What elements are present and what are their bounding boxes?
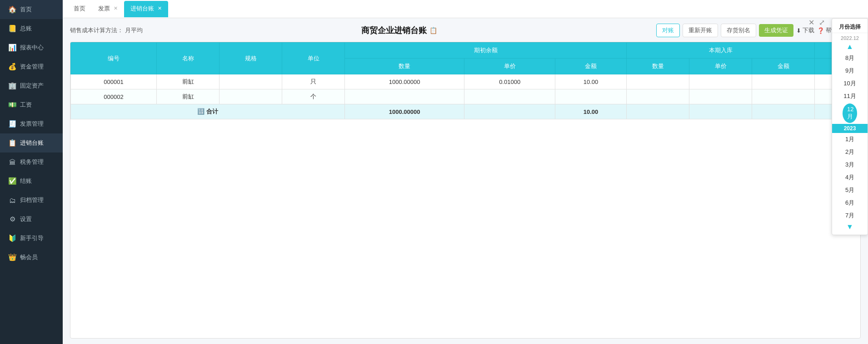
month-item-8[interactable]: 8月 [832,52,868,64]
window-close-button[interactable]: ✕ [808,18,814,27]
payroll-icon: 💵 [8,101,16,109]
download-icon: ⬇ [796,27,801,34]
tab-purchase-sale-close[interactable]: ✕ [158,5,162,11]
month-picker-year-2022: 2022.12 [832,34,868,42]
month-picker-title: 月份选择 [832,21,868,33]
tab-purchase-sale[interactable]: 进销台账 ✕ [124,1,168,17]
sidebar-item-tax[interactable]: 🏛 税务管理 [0,152,63,172]
col-subheader-amount: 金额 [555,59,626,74]
save-alias-button[interactable]: 存货别名 [721,24,756,37]
sidebar-item-guide[interactable]: 🔰 新手引导 [0,229,63,248]
cost-method-value: 月平均 [125,27,143,34]
col-subheader-in-amount: 金额 [752,59,815,74]
vip-icon: 👑 [8,253,16,261]
tab-purchase-sale-label: 进销台账 [130,5,154,13]
cell-unit-price [464,89,555,104]
cell-amount: 10.00 [555,74,626,89]
tab-home-label: 首页 [74,5,85,13]
cell-in-qty [627,89,689,104]
col-header-name: 名称 [157,43,219,74]
month-item-10[interactable]: 10月 [832,77,868,90]
download-button[interactable]: ⬇ 下载 [796,26,814,34]
sidebar-item-purchase-sale[interactable]: 📋 进销台账 [0,133,63,152]
col-subheader-in-qty: 数量 [627,59,689,74]
month-item-6[interactable]: 6月 [832,197,868,209]
cell-spec [219,74,282,89]
sidebar-item-ledger[interactable]: 📒 总账 [0,19,63,38]
sidebar-item-invoice-mgmt[interactable]: 🧾 发票管理 [0,114,63,133]
total-qty: 1000.00000 [345,104,464,119]
settings-icon: ⚙ [8,215,16,223]
month-picker-year-2023: 2023 [832,124,868,133]
cell-qty [345,89,464,104]
cell-amount [555,89,626,104]
sidebar-item-label: 资金管理 [20,63,44,71]
reopen-button[interactable]: 重新开账 [683,24,718,37]
sidebar-item-label: 归档管理 [20,196,44,204]
tab-home[interactable]: 首页 [67,1,92,17]
col-header-code: 编号 [71,43,157,74]
window-maximize-button[interactable]: ⤢ [819,18,825,27]
table-total-row: 🔢 合计 1000.00000 10.00 [71,104,860,119]
total-in-qty [627,104,689,119]
tab-invoice[interactable]: 发票 ✕ [92,1,124,17]
cell-spec [219,89,282,104]
month-picker-scroll-up[interactable]: ▲ [832,42,868,52]
settlement-icon: ✅ [8,177,16,185]
tax-icon: 🏛 [8,158,16,166]
month-item-4[interactable]: 4月 [832,171,868,184]
cell-in-unit-price [689,89,752,104]
archive-icon: 🗂 [8,197,16,204]
col-header-opening: 期初余额 [345,43,627,59]
cell-in-amount [752,89,815,104]
sidebar-item-home[interactable]: 🏠 首页 [0,0,63,19]
month-item-9[interactable]: 9月 [832,64,868,77]
toolbar: 对账 重新开账 存货别名 生成凭证 ⬇ 下载 ❓ 帮助 🔄 刷新 [656,24,861,37]
cost-method-label: 销售成本计算方法： [70,27,123,34]
sidebar-item-report[interactable]: 📊 报表中心 [0,38,63,57]
sidebar-item-settings[interactable]: ⚙ 设置 [0,210,63,229]
month-item-2[interactable]: 2月 [832,146,868,158]
finance-icon: 💰 [8,63,16,71]
table-row: 000001 前缸 只 1000.00000 0.01000 10.00 [71,74,860,89]
help-icon: ❓ [817,27,824,34]
tab-invoice-close[interactable]: ✕ [114,5,118,11]
tabs-bar: 首页 发票 ✕ 进销台账 ✕ [63,0,868,18]
cell-unit: 个 [282,89,345,104]
total-icon: 🔢 [197,108,206,115]
reconcile-button[interactable]: 对账 [656,24,680,37]
cell-code: 000002 [71,89,157,104]
cell-in-qty [627,74,689,89]
sidebar-item-finance[interactable]: 💰 资金管理 [0,57,63,76]
page-title: 商贸企业进销台账 📋 [361,25,437,36]
page-title-icon[interactable]: 📋 [429,27,437,34]
cell-name: 前缸 [157,89,219,104]
sidebar-item-label: 总账 [20,25,32,33]
total-unit-price [464,104,555,119]
month-picker-panel: 月份选择 2022.12 ▲ 8月 9月 10月 11月 12月 2023 1月… [832,18,868,235]
sidebar-item-label: 结账 [20,177,32,185]
month-item-7[interactable]: 7月 [832,209,868,222]
generate-voucher-button[interactable]: 生成凭证 [759,24,793,37]
sidebar-item-vip[interactable]: 👑 畅会员 [0,248,63,267]
sidebar-item-archive[interactable]: 🗂 归档管理 [0,191,63,210]
month-item-12[interactable]: 12月 [843,103,857,123]
month-item-1[interactable]: 1月 [832,133,868,146]
cell-name: 前缸 [157,74,219,89]
cost-method: 销售成本计算方法： 月平均 [70,26,143,34]
col-header-current-in: 本期入库 [627,43,815,59]
data-table: 编号 名称 规格 单位 期初余额 本期入库 数量 单价 金额 数量 单价 [70,42,861,339]
sidebar-item-settlement[interactable]: ✅ 结账 [0,172,63,191]
month-item-5[interactable]: 5月 [832,184,868,197]
page-body: 销售成本计算方法： 月平均 商贸企业进销台账 📋 对账 重新开账 存货别名 生成… [63,18,868,344]
sidebar-item-payroll[interactable]: 💵 工资 [0,95,63,114]
sidebar-item-label: 固定资产 [20,82,44,90]
col-subheader-qty: 数量 [345,59,464,74]
month-picker-scroll-down[interactable]: ▼ [832,222,868,232]
sidebar-item-fixed-assets[interactable]: 🏢 固定资产 [0,76,63,95]
sidebar: 🏠 首页 📒 总账 📊 报表中心 💰 资金管理 🏢 固定资产 💵 工资 🧾 发票… [0,0,63,344]
col-header-unit: 单位 [282,43,345,74]
month-item-3[interactable]: 3月 [832,158,868,171]
month-item-11[interactable]: 11月 [832,90,868,103]
sidebar-item-label: 报表中心 [20,44,44,52]
